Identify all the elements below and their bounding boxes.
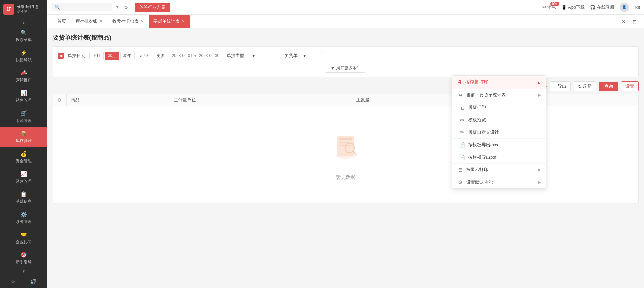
filter-expand-icon[interactable]: ◀ xyxy=(58,53,64,59)
tab-order-stats-label: 要货单统计表 xyxy=(153,18,180,24)
dropdown-default-left: ⚙ 设置默认功能 xyxy=(457,179,493,185)
template-print-icon: 🖨 xyxy=(459,105,465,110)
dropdown-item-template-print[interactable]: 🖨 模板打印 xyxy=(452,101,546,114)
svg-rect-2 xyxy=(339,138,352,140)
sidebar-item-sales[interactable]: 📊 销售管理 xyxy=(0,87,47,107)
date-btn-this-month[interactable]: 本月 xyxy=(105,52,119,60)
page-toolbar: 🖨 按模板打印 ▲ ··· ↑ 导出 ↻ 刷新 查询 设置 xyxy=(53,81,639,91)
sidebar-item-finance[interactable]: 💰 资金管理 xyxy=(0,147,47,167)
help-bottom-icon[interactable]: 🔊 xyxy=(30,278,37,285)
tab-receipt-summary[interactable]: 收发存汇总表 ✕ xyxy=(108,15,149,28)
app-download-button[interactable]: 📱 App下载 xyxy=(561,4,585,10)
status-filter-chevron-icon: ▼ xyxy=(302,53,319,58)
empty-state-text: 暂无数据 xyxy=(336,174,355,181)
messages-badge: 99+ xyxy=(550,2,559,6)
date-btn-last-7days[interactable]: 近7天 xyxy=(136,52,152,60)
tab-batch-account[interactable]: 库存批次账 ✕ xyxy=(71,15,108,28)
dropdown-item-template-design[interactable]: ✏ 模板自定义设计 xyxy=(452,126,546,138)
query-button[interactable]: 查询 xyxy=(599,82,618,91)
dropdown-item-set-default[interactable]: ⚙ 设置默认功能 ▶ xyxy=(452,176,546,188)
date-buttons: 上月 本月 本年 近7天 更多 2023-06-01 至 2023-06-30 xyxy=(89,52,219,60)
sidebar-item-inventory[interactable]: 📦 库存算账 xyxy=(0,127,47,147)
messages-button[interactable]: ✉ 消息 99+ xyxy=(542,4,556,10)
sidebar-item-enterprise[interactable]: 🤝 企业协同 xyxy=(0,228,47,248)
date-btn-this-year[interactable]: 本年 xyxy=(120,52,135,60)
export-button[interactable]: ↑ 导出 xyxy=(550,81,571,91)
tab-batch-account-close[interactable]: ✕ xyxy=(99,19,103,24)
type-filter-label: 单据类型 xyxy=(227,53,250,59)
template-pdf-label: 按模板导出pdf xyxy=(468,154,496,160)
sidebar-scroll-down[interactable]: ▼ xyxy=(0,268,47,275)
type-filter-chevron-icon: ▼ xyxy=(251,53,274,58)
table-empty-row: 暂无数据 xyxy=(53,106,638,204)
dropdown-item-template-excel[interactable]: 📄 按模板导出excel xyxy=(452,138,546,151)
topbar-right: ✉ 消息 99+ 📱 App下载 🎧 在线客服 👤 Rit xyxy=(542,3,640,12)
date-btn-last-month[interactable]: 上月 xyxy=(89,52,104,60)
dropdown-item-template-preview[interactable]: 👁 模板预览 xyxy=(452,114,546,126)
dropdown-current-icon: 🖨 xyxy=(457,92,463,98)
tab-receipt-summary-close[interactable]: ✕ xyxy=(141,19,144,24)
dropdown-display-left: 🖥 按显示打印 xyxy=(457,167,488,173)
dropdown-item-template-pdf[interactable]: 📄 按模板导出pdf xyxy=(452,151,546,163)
sidebar-item-purchase-label: 采购管理 xyxy=(16,118,32,124)
refresh-button[interactable]: ↻ 刷新 xyxy=(574,81,596,91)
status-filter-select[interactable]: 要货单 ▼ xyxy=(282,51,322,60)
topbar-gear-icon[interactable]: ⚙ xyxy=(124,5,128,10)
topbar-search-box[interactable]: 🔍 xyxy=(51,3,112,11)
settings-button[interactable]: 设置 xyxy=(621,81,639,91)
dropdown-print-icon: 🖨 xyxy=(457,79,462,85)
tab-home[interactable]: 首页 xyxy=(53,15,71,28)
tab-receipt-summary-label: 收发存汇总表 xyxy=(112,18,139,24)
marketing-icon: 📣 xyxy=(20,70,27,76)
tab-order-stats[interactable]: 要货单统计表 ✕ xyxy=(149,15,190,28)
sidebar-item-operations[interactable]: 📈 经营管理 xyxy=(0,167,47,188)
dropdown-current-label: 当前：要货单统计表 xyxy=(466,92,506,98)
template-preview-label: 模板预览 xyxy=(468,117,486,123)
online-service-button[interactable]: 🎧 在线客服 xyxy=(590,4,614,10)
topbar-chevron-icon[interactable]: ▼ xyxy=(115,5,119,10)
tab-maximize-button[interactable]: ⊡ xyxy=(631,18,639,26)
sidebar-item-marketing-label: 营销推广 xyxy=(16,77,32,83)
sidebar-item-basic-info[interactable]: 📋 基础信息 xyxy=(0,188,47,208)
app-name-block: 畅康通好生意 标准版 xyxy=(17,4,39,14)
sidebar-item-quick-label: 快捷导航 xyxy=(16,57,32,63)
tab-order-stats-close[interactable]: ✕ xyxy=(182,19,185,24)
dropdown-current-chevron-icon: ▶ xyxy=(538,93,541,97)
svg-rect-4 xyxy=(339,145,351,146)
phone-icon: 📱 xyxy=(561,5,567,10)
type-filter-select[interactable]: 单据类型 ▼ xyxy=(224,51,277,60)
tab-close-all-button[interactable]: ✕ xyxy=(620,18,628,26)
dropdown-item-display-print[interactable]: 🖥 按显示打印 ▶ xyxy=(452,163,546,176)
page-title: 要货单统计表(按商品) xyxy=(53,34,639,42)
search-input[interactable] xyxy=(62,5,103,10)
sidebar-item-sales-label: 销售管理 xyxy=(16,98,32,103)
sidebar: 好 畅康通好生意 标准版 ▲ 🔍 搜索菜单 ⚡ 快捷导航 📣 营销推广 📊 销售… xyxy=(0,0,47,288)
date-btn-more[interactable]: 更多 xyxy=(154,52,168,60)
trial-button[interactable]: 体验行业方案 xyxy=(135,3,170,12)
app-badge: 标准版 xyxy=(17,10,39,14)
sidebar-item-purchase[interactable]: 🛒 采购管理 xyxy=(0,107,47,127)
sidebar-item-system[interactable]: ⚙️ 系统管理 xyxy=(0,208,47,228)
dropdown-header[interactable]: 🖨 按模板打印 ▲ xyxy=(452,76,546,89)
sidebar-item-newbie[interactable]: 🎯 新手引导 xyxy=(0,248,47,268)
expand-more-button[interactable]: ▼ 展开更多条件 xyxy=(326,64,365,73)
sidebar-item-quick-nav[interactable]: ⚡ 快捷导航 xyxy=(0,46,47,66)
user-avatar[interactable]: 👤 xyxy=(620,3,629,12)
settings-bottom-icon[interactable]: ⚙ xyxy=(11,278,16,285)
export-label: 导出 xyxy=(558,83,566,89)
search-icon: 🔍 xyxy=(55,5,60,10)
dropdown-current-left: 🖨 当前：要货单统计表 xyxy=(457,92,506,98)
sidebar-item-search-label: 搜索菜单 xyxy=(16,37,32,43)
inventory-icon: 📦 xyxy=(20,130,27,137)
column-settings-icon[interactable]: ⚙ xyxy=(57,97,62,103)
dropdown-chevron-icon: ▲ xyxy=(536,79,541,85)
sidebar-item-basic-label: 基础信息 xyxy=(16,199,32,204)
sidebar-scroll-up[interactable]: ▲ xyxy=(0,19,47,26)
sidebar-item-marketing[interactable]: 📣 营销推广 xyxy=(0,66,47,87)
refresh-icon: ↻ xyxy=(578,84,582,89)
dropdown-current-template[interactable]: 🖨 当前：要货单统计表 ▶ xyxy=(452,89,546,101)
template-preview-icon: 👁 xyxy=(459,117,465,123)
enterprise-icon: 🤝 xyxy=(20,231,27,238)
sidebar-item-search[interactable]: 🔍 搜索菜单 xyxy=(0,26,47,46)
username-label[interactable]: Rit xyxy=(635,5,640,10)
